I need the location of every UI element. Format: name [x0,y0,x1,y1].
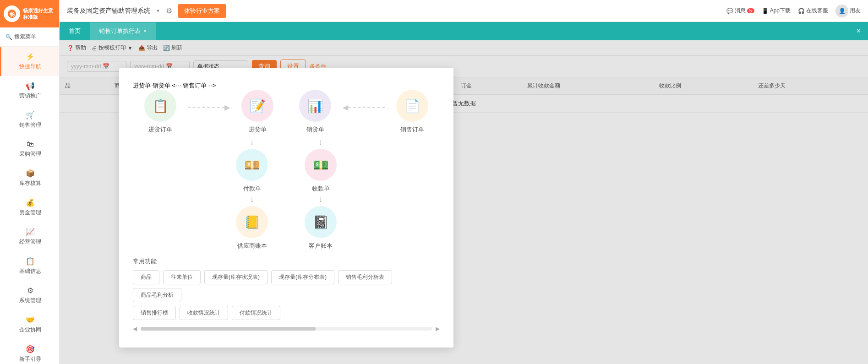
guide-icon: 🎯 [26,345,35,353]
sidebar-item-system[interactable]: ⚙ 系统管理 [0,281,59,310]
download-icon: 📱 [762,8,769,14]
modal-overlay[interactable]: 进货单 销货单 <--- 销售订单 --> 📋 进货订单 ▶ [60,40,868,364]
func-btn-inventory-status[interactable]: 现存量(库存状况表) [204,270,267,284]
payment-circle[interactable]: 💴 [236,149,268,181]
sales-order-label: 销售订单 [400,125,424,134]
sidebar-nav: ⚡ 快捷导航 📢 营销推广 🛒 销售管理 🛍 采购管理 📦 库存核算 💰 [0,47,59,364]
scroll-track[interactable] [141,327,432,331]
sidebar-item-marketing[interactable]: 📢 营销推广 [0,76,59,105]
purchase-order-label: 进货订单 [148,125,172,134]
receipt-label: 收款单 [312,185,330,193]
func-btn-payment-stats[interactable]: 付款情况统计 [232,306,280,320]
top-bar: 装备及固定资产辅助管理系统 ▼ ⚙ 体验行业方案 💬 消息 5 📱 App下载 … [60,0,868,22]
scroll-thumb [141,327,316,331]
sidebar-item-inventory[interactable]: 📦 库存核算 [0,163,59,193]
sidebar-logo: 畅 畅康通好生意 标准版 [0,0,59,27]
func-row-2: 销售排行榜 收款情况统计 付款情况统计 [133,306,440,320]
sidebar-item-quick-nav[interactable]: ⚡ 快捷导航 [0,47,59,76]
fund-icon: 💰 [26,198,35,207]
online-service-btn[interactable]: 🎧 在线客服 [798,7,828,15]
sidebar-item-basic[interactable]: 📋 基础信息 [0,251,59,281]
receipt-circle[interactable]: 💵 [305,149,337,181]
purchase-bill-circle[interactable]: 📝 [241,90,273,122]
node-purchase-bill[interactable]: 📝 进货单 [230,90,285,134]
sales-icon: 🛒 [26,111,35,120]
sidebar: 畅 畅康通好生意 标准版 🔍 搜索菜单 ⚡ 快捷导航 📢 营销推广 🛒 [0,0,60,364]
message-badge: 5 [747,8,754,13]
page-content: ❓ 帮助 🖨 按模板打印 ▼ 📤 导出 🔄 刷新 [60,40,868,364]
service-icon: 🎧 [798,8,805,14]
sidebar-item-sales[interactable]: 🛒 销售管理 [0,105,59,135]
quick-nav-panel: 进货单 销货单 <--- 销售订单 --> 📋 进货订单 ▶ [119,68,453,348]
logo-icon: 畅 [4,5,20,22]
sidebar-item-fund[interactable]: 💰 资金管理 [0,193,59,222]
func-row-1: 商品 往来单位 现存量(库存状况表) 现存量(库存分布表) 销售毛利分析表 商品… [133,270,440,302]
enterprise-icon: 🤝 [26,315,35,324]
func-btn-product[interactable]: 商品 [133,270,159,284]
tab-close-btn[interactable]: × [143,28,147,34]
func-btn-product-profit[interactable]: 商品毛利分析 [133,288,181,302]
scroll-right-btn[interactable]: ▶ [436,326,440,332]
node-customer-ledger[interactable]: 📓 客户账本 [293,206,348,250]
customer-label: 客户账本 [309,242,333,250]
sidebar-item-purchase[interactable]: 🛍 采购管理 [0,135,59,163]
payment-label: 付款单 [243,185,261,193]
basic-icon: 📋 [26,257,35,266]
common-functions-title: 常用功能 [133,257,440,266]
func-btn-sales-rank[interactable]: 销售排行榜 [133,306,176,320]
node-sales-bill[interactable]: 📊 销货单 [288,90,343,134]
scroll-left-btn[interactable]: ◀ [133,326,137,332]
node-supplier-ledger[interactable]: 📒 供应商账本 [224,206,279,250]
main-content: 装备及固定资产辅助管理系统 ▼ ⚙ 体验行业方案 💬 消息 5 📱 App下载 … [60,0,868,364]
sales-bill-label: 销货单 [306,125,324,134]
scroll-bar-row: ◀ ▶ [133,324,440,334]
quick-nav-icon: ⚡ [26,52,35,61]
customer-circle[interactable]: 📓 [305,206,337,238]
tab-bar-close-btn[interactable]: × [849,27,868,35]
node-receipt-bill[interactable]: 💵 收款单 [293,149,348,193]
system-title: 装备及固定资产辅助管理系统 [67,7,150,15]
purchase-order-circle[interactable]: 📋 [144,90,176,122]
node-payment-bill[interactable]: 💴 付款单 [224,149,279,193]
sidebar-search-area: 🔍 搜索菜单 [0,27,59,47]
func-btn-sales-profit[interactable]: 销售毛利分析表 [338,270,392,284]
top-bar-actions: 💬 消息 5 📱 App下载 🎧 在线客服 👤 用友 [726,5,861,17]
sidebar-item-enterprise[interactable]: 🤝 企业协同 [0,310,59,339]
func-btn-counterparty[interactable]: 往来单位 [163,270,201,284]
user-avatar: 👤 [835,5,848,17]
ops-icon: 📈 [26,228,35,236]
tab-sales-order-exec[interactable]: 销售订单执行表 × [90,22,156,40]
node-purchase-order[interactable]: 📋 进货订单 [133,90,188,134]
sales-bill-circle[interactable]: 📊 [299,90,331,122]
message-btn[interactable]: 💬 消息 5 [726,7,754,15]
func-btn-receipt-stats[interactable]: 收款情况统计 [180,306,228,320]
common-functions: 常用功能 商品 往来单位 现存量(库存状况表) 现存量(库存分布表) 销售毛利分… [133,257,440,320]
experience-btn[interactable]: 体验行业方案 [178,4,226,18]
logo-text: 畅康通好生意 标准版 [23,7,53,21]
func-btn-inventory-dist[interactable]: 现存量(库存分布表) [271,270,334,284]
sales-order-circle[interactable]: 📄 [396,90,428,122]
sidebar-item-ops[interactable]: 📈 经营管理 [0,222,59,251]
user-menu-btn[interactable]: 👤 用友 [835,5,861,17]
system-dropdown-arrow[interactable]: ▼ [156,8,160,13]
supplier-circle[interactable]: 📒 [236,206,268,238]
tab-bar: 首页 销售订单执行表 × × [60,22,868,40]
node-sales-order[interactable]: 📄 销售订单 [385,90,440,134]
sidebar-item-guide[interactable]: 🎯 新手引导 [0,339,59,364]
inventory-icon: 📦 [26,169,35,178]
system-icon: ⚙ [27,286,33,295]
supplier-label: 供应商账本 [237,242,267,250]
search-icon: 🔍 [5,34,12,40]
tab-home[interactable]: 首页 [60,22,90,40]
app-download-btn[interactable]: 📱 App下载 [762,7,791,15]
message-icon: 💬 [726,8,733,14]
settings-icon[interactable]: ⚙ [166,6,172,15]
search-menu-btn[interactable]: 🔍 搜索菜单 [4,31,55,43]
marketing-icon: 📢 [26,81,35,90]
svg-text:畅: 畅 [10,11,15,17]
purchase-icon: 🛍 [27,140,34,148]
purchase-bill-label: 进货单 [249,125,267,134]
